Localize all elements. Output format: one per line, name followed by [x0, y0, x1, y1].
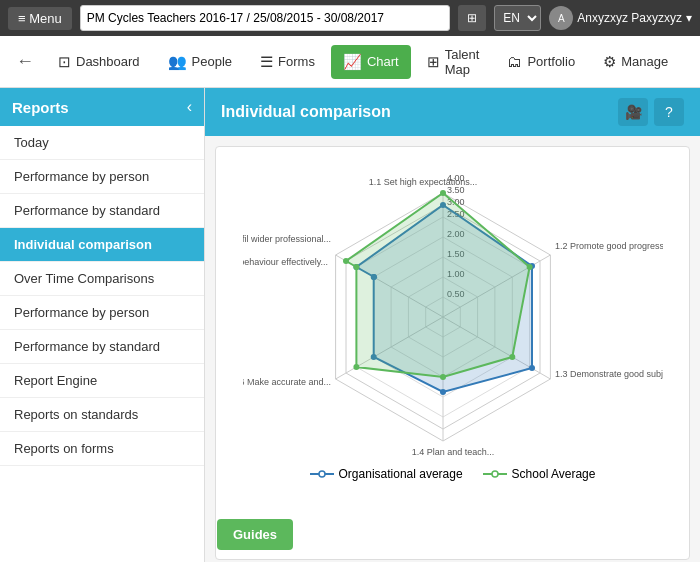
sidebar-item-today[interactable]: Today [0, 126, 204, 160]
nav-talent-map-label: TalentMap [445, 47, 480, 77]
sidebar-item-reports-forms[interactable]: Reports on forms [0, 432, 204, 466]
nav-portfolio[interactable]: 🗂 Portfolio [495, 45, 587, 78]
radar-container: 0.50 1.00 1.50 2.00 2.50 3.00 3.50 4.00 [232, 163, 673, 486]
content-title: Individual comparison [221, 103, 391, 121]
main-layout: Reports ‹ Today Performance by person Pe… [0, 88, 700, 562]
nav-portfolio-label: Portfolio [527, 54, 575, 69]
language-select[interactable]: EN [494, 5, 541, 31]
svg-text:1.4 Plan and teach...: 1.4 Plan and teach... [411, 447, 494, 457]
svg-point-32 [526, 264, 532, 270]
nav-dashboard[interactable]: ⊡ Dashboard [46, 45, 152, 79]
sidebar-item-over-time[interactable]: Over Time Comparisons [0, 262, 204, 296]
svg-point-36 [353, 264, 359, 270]
camera-button[interactable]: 🎥 [618, 98, 648, 126]
sidebar: Reports ‹ Today Performance by person Pe… [0, 88, 205, 562]
sidebar-toggle-button[interactable]: ‹ [187, 98, 192, 116]
sidebar-item-report-engine[interactable]: Report Engine [0, 364, 204, 398]
sidebar-item-perf-person-2[interactable]: Performance by person [0, 296, 204, 330]
svg-text:1.8 Fulfil wider professional.: 1.8 Fulfil wider professional... [243, 234, 331, 244]
menu-button[interactable]: ≡ Menu [8, 7, 72, 30]
people-icon: 👥 [168, 53, 187, 71]
sidebar-item-perf-standard-2[interactable]: Performance by standard [0, 330, 204, 364]
svg-point-49 [492, 471, 498, 477]
svg-text:1.2 Promote good progress...: 1.2 Promote good progress... [555, 241, 663, 251]
nav-people[interactable]: 👥 People [156, 45, 244, 79]
svg-point-35 [353, 364, 359, 370]
sidebar-item-perf-person-1[interactable]: Performance by person [0, 160, 204, 194]
legend-school-avg-label: School Average [512, 467, 596, 481]
cycle-icon-button[interactable]: ⊞ [458, 5, 486, 31]
legend-org-avg-label: Organisational average [339, 467, 463, 481]
portfolio-icon: 🗂 [507, 53, 522, 70]
chart-area: 0.50 1.00 1.50 2.00 2.50 3.00 3.50 4.00 [215, 146, 690, 560]
legend-school-avg: School Average [483, 467, 596, 481]
dashboard-icon: ⊡ [58, 53, 71, 71]
chart-icon: 📈 [343, 53, 362, 71]
svg-text:1.3 Demonstrate good subject..: 1.3 Demonstrate good subject... [555, 369, 663, 379]
content-header: Individual comparison 🎥 ? [205, 88, 700, 136]
topbar: ≡ Menu ⊞ EN A Anxyzxyz Paxyzxyz ▾ [0, 0, 700, 36]
user-info[interactable]: A Anxyzxyz Paxyzxyz ▾ [549, 6, 692, 30]
sidebar-item-reports-standards[interactable]: Reports on standards [0, 398, 204, 432]
user-name: Anxyzxyz Paxyzxyz [577, 11, 682, 25]
content-area: Individual comparison 🎥 ? [205, 88, 700, 562]
radar-chart: 0.50 1.00 1.50 2.00 2.50 3.00 3.50 4.00 [243, 169, 663, 459]
help-button[interactable]: ? [654, 98, 684, 126]
nav-talent-map[interactable]: ⊞ TalentMap [415, 39, 492, 85]
nav-forms-label: Forms [278, 54, 315, 69]
nav-forms[interactable]: ☰ Forms [248, 45, 327, 79]
nav-chart[interactable]: 📈 Chart [331, 45, 411, 79]
svg-marker-30 [346, 193, 530, 377]
svg-point-31 [440, 190, 446, 196]
svg-text:1.6 Make accurate and...: 1.6 Make accurate and... [243, 377, 331, 387]
sidebar-item-perf-standard-1[interactable]: Performance by standard [0, 194, 204, 228]
guides-button[interactable]: Guides [217, 519, 293, 550]
svg-text:1.1 Set high expectations...: 1.1 Set high expectations... [368, 177, 477, 187]
legend-org-avg: Organisational average [310, 467, 463, 481]
back-button[interactable]: ← [8, 47, 42, 76]
forms-icon: ☰ [260, 53, 273, 71]
sidebar-title: Reports [12, 99, 69, 116]
chart-legend: Organisational average School Average [310, 467, 596, 481]
nav-dashboard-label: Dashboard [76, 54, 140, 69]
svg-point-34 [440, 374, 446, 380]
svg-point-37 [343, 258, 349, 264]
nav-people-label: People [192, 54, 232, 69]
nav-manage-label: Manage [621, 54, 668, 69]
navbar: ← ⊡ Dashboard 👥 People ☰ Forms 📈 Chart ⊞… [0, 36, 700, 88]
sidebar-item-individual-comparison[interactable]: Individual comparison [0, 228, 204, 262]
svg-text:1.7 Manage behaviour effective: 1.7 Manage behaviour effectively... [243, 257, 328, 267]
nav-chart-label: Chart [367, 54, 399, 69]
chevron-down-icon: ▾ [686, 11, 692, 25]
svg-point-25 [440, 389, 446, 395]
cycle-input[interactable] [80, 5, 451, 31]
content-header-icons: 🎥 ? [618, 98, 684, 126]
svg-point-47 [319, 471, 325, 477]
manage-icon: ⚙ [603, 53, 616, 71]
svg-point-24 [529, 365, 535, 371]
avatar: A [549, 6, 573, 30]
nav-manage[interactable]: ⚙ Manage [591, 45, 680, 79]
sidebar-header: Reports ‹ [0, 88, 204, 126]
talent-map-icon: ⊞ [427, 53, 440, 71]
svg-point-33 [509, 354, 515, 360]
